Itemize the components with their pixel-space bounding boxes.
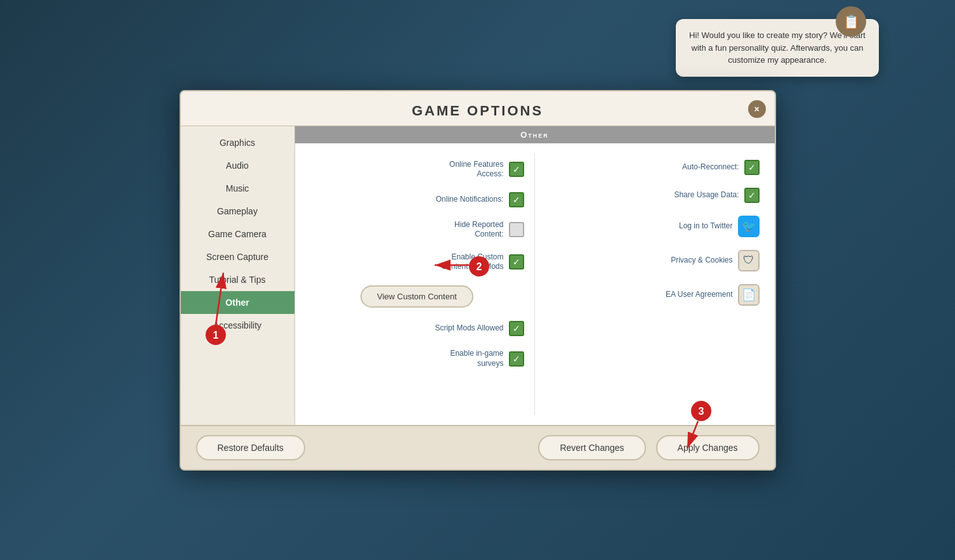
privacy-cookies-label: Privacy & Cookies — [671, 256, 732, 266]
left-column: Online FeaturesAccess: ✓ Online Notifica… — [310, 153, 535, 415]
twitter-login-button[interactable]: 🐦 — [738, 216, 760, 237]
document-icon: 📄 — [742, 288, 756, 302]
dialog-title: Game Options — [412, 103, 543, 119]
auto-reconnect-row: Auto-Reconnect: ✓ — [545, 153, 760, 181]
hide-reported-checkbox[interactable] — [509, 222, 524, 237]
dialog-title-bar: Game Options × — [181, 91, 775, 126]
online-features-checkbox[interactable]: ✓ — [509, 162, 524, 177]
enable-custom-content-label: Enable CustomContent and Mods — [441, 252, 503, 272]
enable-custom-content-checkbox[interactable]: ✓ — [509, 254, 524, 270]
sidebar-item-music[interactable]: Music — [181, 177, 294, 200]
content-area: Other Online FeaturesAccess: ✓ — [295, 126, 775, 425]
dialog-body: Graphics Audio Music Gameplay Game Camer… — [181, 126, 775, 425]
right-column: Auto-Reconnect: ✓ Share Usage Data: ✓ Lo… — [535, 153, 760, 415]
dialog-footer: Restore Defaults Revert Changes Apply Ch… — [181, 425, 775, 469]
script-mods-label: Script Mods Allowed — [435, 323, 503, 334]
script-mods-checkbox[interactable]: ✓ — [509, 321, 524, 336]
online-notifications-row: Online Notifications: ✓ — [310, 186, 524, 214]
sidebar-item-screen-capture[interactable]: Screen Capture — [181, 245, 294, 268]
sidebar-item-graphics[interactable]: Graphics — [181, 131, 294, 154]
sidebar-item-gameplay[interactable]: Gameplay — [181, 200, 294, 223]
in-game-surveys-label: Enable in-gamesurveys — [450, 349, 503, 368]
modal-overlay: Game Options × Graphics Audio Music Game… — [0, 0, 955, 560]
online-features-label: Online FeaturesAccess: — [449, 160, 503, 179]
sidebar-item-tutorial-tips[interactable]: Tutorial & Tips — [181, 268, 294, 291]
share-usage-data-label: Share Usage Data: — [674, 190, 739, 200]
script-mods-row: Script Mods Allowed ✓ — [310, 315, 524, 342]
ea-agreement-button[interactable]: 📄 — [738, 284, 760, 306]
revert-changes-button[interactable]: Revert Changes — [538, 435, 645, 460]
twitter-login-label: Log in to Twitter — [679, 221, 733, 231]
footer-right-buttons: Revert Changes Apply Changes — [538, 435, 759, 460]
twitter-login-row: Log in to Twitter 🐦 — [545, 209, 760, 244]
auto-reconnect-label: Auto-Reconnect: — [682, 162, 739, 173]
view-custom-content-button[interactable]: View Custom Content — [360, 285, 473, 308]
ea-agreement-row: EA User Agreement 📄 — [545, 278, 760, 312]
ea-agreement-label: EA User Agreement — [666, 290, 732, 300]
privacy-cookies-button[interactable]: 🛡 — [738, 250, 760, 271]
share-usage-data-row: Share Usage Data: ✓ — [545, 181, 760, 209]
share-usage-data-checkbox[interactable]: ✓ — [744, 188, 760, 203]
hide-reported-row: Hide ReportedContent: — [310, 214, 524, 246]
view-cc-container: View Custom Content — [310, 278, 524, 315]
sidebar-item-audio[interactable]: Audio — [181, 154, 294, 177]
sidebar-item-game-camera[interactable]: Game Camera — [181, 223, 294, 245]
enable-custom-content-row: Enable CustomContent and Mods ✓ — [310, 246, 524, 278]
shield-icon: 🛡 — [743, 254, 754, 267]
auto-reconnect-checkbox[interactable]: ✓ — [744, 160, 760, 175]
game-options-dialog: Game Options × Graphics Audio Music Game… — [180, 90, 776, 471]
in-game-surveys-checkbox[interactable]: ✓ — [509, 351, 524, 367]
sidebar-item-other[interactable]: Other — [181, 291, 294, 314]
twitter-icon: 🐦 — [742, 219, 756, 233]
restore-defaults-button[interactable]: Restore Defaults — [196, 435, 305, 460]
sidebar: Graphics Audio Music Gameplay Game Camer… — [181, 126, 295, 425]
privacy-cookies-row: Privacy & Cookies 🛡 — [545, 244, 760, 278]
online-notifications-checkbox[interactable]: ✓ — [509, 192, 524, 207]
in-game-surveys-row: Enable in-gamesurveys ✓ — [310, 342, 524, 375]
close-button[interactable]: × — [748, 100, 766, 118]
apply-changes-button[interactable]: Apply Changes — [656, 435, 760, 460]
online-notifications-label: Online Notifications: — [436, 195, 504, 205]
hide-reported-label: Hide ReportedContent: — [454, 220, 503, 240]
sidebar-item-accessibility[interactable]: Accessibility — [181, 314, 294, 337]
section-header: Other — [295, 126, 775, 143]
online-features-row: Online FeaturesAccess: ✓ — [310, 153, 524, 186]
